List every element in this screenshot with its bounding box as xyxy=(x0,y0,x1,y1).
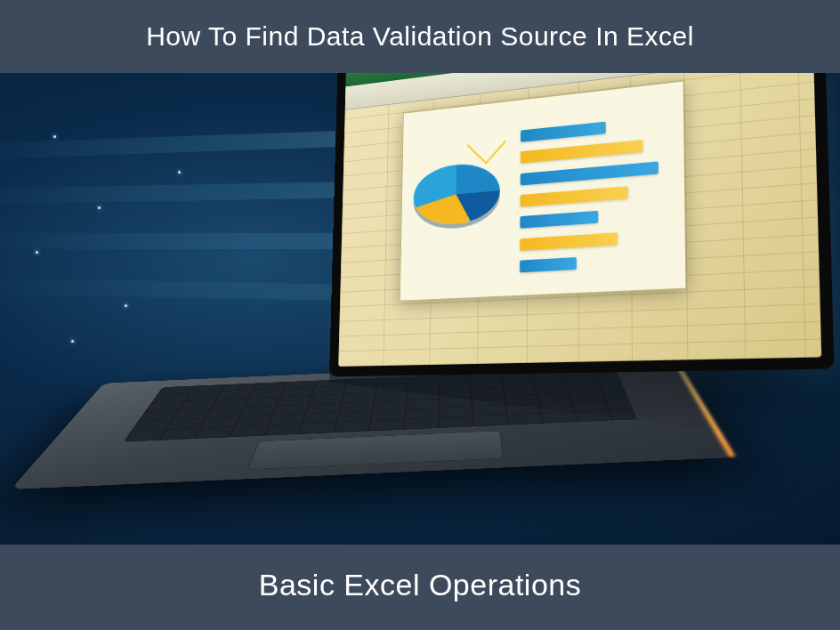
chart-accent-icon xyxy=(466,123,505,164)
header-title: How To Find Data Validation Source In Ex… xyxy=(146,21,694,51)
bar-icon xyxy=(521,161,658,185)
footer-banner: Basic Excel Operations xyxy=(0,545,840,626)
laptop-screen-bezel xyxy=(329,73,835,376)
bar-icon xyxy=(520,211,598,229)
glow-edge xyxy=(671,358,736,457)
laptop-keys xyxy=(123,368,637,442)
bar-icon xyxy=(521,186,628,206)
footer-title: Basic Excel Operations xyxy=(259,568,582,602)
sparkle xyxy=(36,251,38,254)
laptop-trackpad xyxy=(246,431,504,470)
bar-icon xyxy=(521,140,642,164)
pie-chart-icon xyxy=(413,161,500,227)
laptop-device xyxy=(52,73,833,545)
bar-icon xyxy=(520,257,577,272)
laptop-screen xyxy=(338,73,821,367)
hero-illustration xyxy=(0,73,840,545)
bar-icon xyxy=(521,121,606,141)
pie-chart-container xyxy=(400,101,521,301)
bar-icon xyxy=(520,232,618,251)
chart-overlay xyxy=(400,81,687,302)
bar-chart-container xyxy=(520,82,685,295)
header-banner: How To Find Data Validation Source In Ex… xyxy=(0,0,840,73)
sparkle xyxy=(53,135,56,138)
laptop-keyboard-deck xyxy=(11,358,736,489)
